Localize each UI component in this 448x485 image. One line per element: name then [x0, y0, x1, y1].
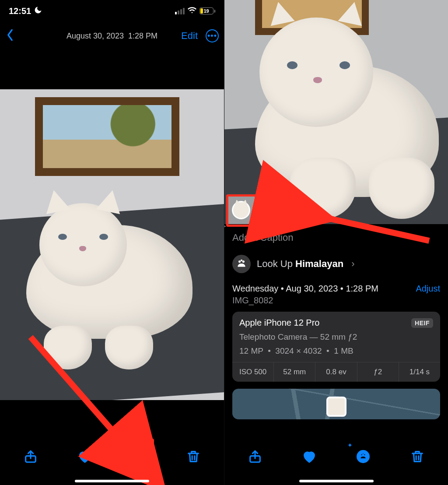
- adjust-date-button[interactable]: Adjust: [416, 284, 440, 294]
- wifi-icon: [187, 5, 197, 17]
- more-options-button[interactable]: •••: [206, 29, 219, 42]
- battery-indicator: 19: [200, 7, 216, 14]
- status-bar: 12:51 19: [0, 0, 224, 22]
- favorite-button[interactable]: [297, 444, 322, 469]
- svg-point-8: [238, 260, 241, 263]
- location-map[interactable]: [232, 389, 440, 419]
- exif-ev: 0.8 ev: [315, 362, 357, 382]
- nav-bar: August 30, 2023 1:28 PM Edit •••: [0, 22, 224, 50]
- exif-card[interactable]: Apple iPhone 12 Pro HEIF Telephoto Camer…: [232, 312, 440, 382]
- exif-aperture: ƒ2: [357, 362, 399, 382]
- visual-lookup-row[interactable]: ✦ Look Up Himalayan ›: [232, 251, 440, 281]
- exif-shutter: 1/14 s: [399, 362, 440, 382]
- photo-info-screen: Add a Caption ✦ Look Up Himalayan › Wedn…: [224, 0, 448, 485]
- resolution-info: 12 MP • 3024 × 4032 • 1 MB: [239, 346, 433, 360]
- photo-viewport[interactable]: [224, 0, 448, 224]
- back-button[interactable]: [5, 28, 15, 43]
- map-photo-pin: [326, 397, 346, 417]
- edit-button[interactable]: Edit: [181, 30, 198, 42]
- filename-label: IMG_8082: [232, 294, 440, 312]
- bottom-toolbar: ✦: [0, 437, 224, 485]
- photo-viewport[interactable]: [0, 50, 224, 432]
- annotation-highlight-info: [119, 439, 154, 474]
- caption-field[interactable]: Add a Caption: [232, 230, 440, 251]
- favorite-button[interactable]: [73, 444, 97, 469]
- home-indicator[interactable]: [75, 480, 149, 482]
- lens-info: Telephoto Camera — 52 mm ƒ2: [239, 332, 433, 346]
- bottom-toolbar: ✦: [224, 437, 448, 485]
- cellular-icon: [175, 8, 185, 14]
- delete-button[interactable]: [181, 444, 206, 469]
- svg-point-14: [363, 453, 364, 454]
- sparkle-icon: ✦: [347, 442, 353, 449]
- svg-point-10: [241, 260, 242, 261]
- share-button[interactable]: [243, 444, 267, 469]
- pet-icon: [357, 450, 370, 463]
- chevron-right-icon: ›: [351, 258, 354, 270]
- svg-point-9: [242, 260, 245, 263]
- status-time: 12:51: [9, 6, 31, 16]
- device-name: Apple iPhone 12 Pro: [239, 318, 319, 328]
- delete-button[interactable]: [405, 444, 430, 469]
- share-button[interactable]: [18, 444, 43, 469]
- exif-focal: 52 mm: [273, 362, 315, 382]
- photo-content: [224, 0, 448, 224]
- info-panel: Add a Caption ✦ Look Up Himalayan › Wedn…: [224, 224, 448, 437]
- home-indicator[interactable]: [299, 480, 374, 482]
- do-not-disturb-icon: [34, 6, 42, 17]
- annotation-highlight-thumbnail: [226, 194, 259, 227]
- battery-percent: 19: [200, 8, 213, 14]
- exif-iso: ISO 500: [232, 362, 273, 382]
- photo-timestamp: Wednesday • Aug 30, 2023 • 1:28 PM: [232, 284, 378, 294]
- photo-content: [0, 89, 224, 400]
- pet-icon: [232, 255, 251, 273]
- lookup-text: Look Up Himalayan: [257, 258, 343, 270]
- info-button-active[interactable]: ✦: [351, 444, 375, 469]
- exif-details-row: ISO 500 52 mm 0.8 ev ƒ2 1/14 s: [232, 362, 440, 382]
- format-badge: HEIF: [411, 318, 433, 328]
- photo-viewer-screen: 12:51 19 August 30, 2023: [0, 0, 224, 485]
